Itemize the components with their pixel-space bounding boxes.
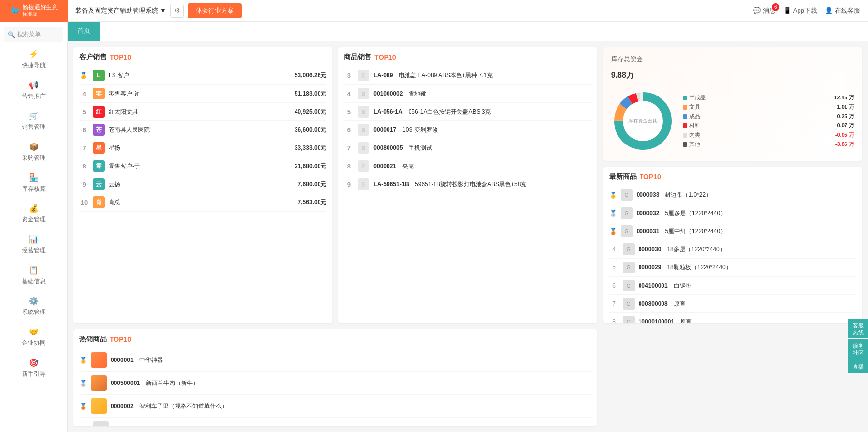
product-img: 🖼 xyxy=(358,160,369,172)
sidebar-label-basics: 基础信息 xyxy=(22,277,46,286)
list-item: 🥇 0000001 中华神器 xyxy=(79,349,592,372)
online-service-button[interactable]: 👤 在线客服 xyxy=(825,6,860,15)
list-item: 7 🖼 000800005 手机测试 xyxy=(344,139,591,157)
list-item: 6 G 004100001 白钢垫 xyxy=(609,277,856,295)
company-icon: 🤝 xyxy=(28,326,39,337)
product-sales-rank-list: 3 🖼 LA-089 电池盖 LA-089 ABS本色+黑种 7.1克 4 🖼 … xyxy=(344,67,591,193)
list-item: 6 苍 苍南县人民医院 36,600.00元 xyxy=(79,121,326,139)
list-item: 5 G 0000029 18颗粒板（1220*2440） xyxy=(609,259,856,277)
sidebar-item-guide[interactable]: 🎯 新手引导 xyxy=(0,352,67,383)
sidebar-item-company[interactable]: 🤝 企业协同 xyxy=(0,321,67,352)
sales-icon: 🛒 xyxy=(28,110,39,121)
sidebar-item-quicknav[interactable]: ⚡ 快捷导航 xyxy=(0,44,67,74)
sidebar-label-quicknav: 快捷导航 xyxy=(22,61,46,70)
customer-badge: 肖 xyxy=(93,196,105,208)
app-download-label: App下载 xyxy=(793,6,817,15)
sidebar-label-company: 企业协同 xyxy=(22,339,46,347)
top-center: 装备及固定资产辅助管理系统 ▼ ⚙ 体验行业方案 xyxy=(75,3,242,18)
sidebar-item-basics[interactable]: 📋 基础信息 xyxy=(0,260,67,290)
logo: 🐦 畅捷通好生意 标准版 xyxy=(0,0,68,22)
inventory-title: 库存总资金 xyxy=(611,55,854,64)
new-products-title: 最新商品 TOP10 xyxy=(609,172,856,181)
customer-top10-title: 客户销售 TOP10 xyxy=(79,53,326,62)
list-item: 其他 -3.86 万 xyxy=(683,140,854,149)
customer-badge: 红 xyxy=(93,106,105,118)
medal-icon: 🥉 xyxy=(609,228,617,235)
list-item: 8 🖼 0000021 夹克 xyxy=(344,157,591,175)
medal-icon: 🥉 xyxy=(79,403,87,410)
logo-name: 畅捷通好生意 xyxy=(23,4,58,11)
sidebar-item-purchase[interactable]: 📦 采购管理 xyxy=(0,136,67,167)
list-item: 4 🖼 001000002 雪地靴 xyxy=(344,85,591,103)
list-item: 🥈 G 0000032 5厘多层（1220*2440） xyxy=(609,204,856,222)
sidebar-label-marketing: 营销推广 xyxy=(22,92,46,100)
sidebar-item-operations[interactable]: 📊 经营管理 xyxy=(0,229,67,260)
trial-button[interactable]: 体验行业方案 xyxy=(188,3,242,18)
purchase-icon: 📦 xyxy=(28,141,39,152)
top-right: 💬 消息 6 📱 App下载 👤 在线客服 xyxy=(753,6,860,15)
search-icon: 🔍 xyxy=(8,31,15,38)
list-item: 🥈 000500001 新西兰牛肉（新牛） xyxy=(79,372,592,395)
sidebar-item-sales[interactable]: 🛒 销售管理 xyxy=(0,105,67,136)
list-item: 4 G 0000030 18多层（1220*2440） xyxy=(609,240,856,259)
new-products-card: 最新商品 TOP10 🥇 G 0000033 封边带（1.0*22） 🥈 G 0… xyxy=(603,167,862,323)
community-button[interactable]: 服务 社区 xyxy=(848,339,868,360)
list-item: 10 肖 肖总 7,563.00元 xyxy=(79,193,326,212)
list-item: 🥉 0000002 智利车子里（规格不知道填什么） xyxy=(79,395,592,418)
list-item: 4 零 零售客户-许 51,183.00元 xyxy=(79,85,326,103)
sidebar-label-finance: 资金管理 xyxy=(22,216,46,224)
tab-home[interactable]: 首页 xyxy=(68,22,100,41)
list-item: 成品 0.25 万 xyxy=(683,112,854,121)
customer-badge: 星 xyxy=(93,142,105,154)
search-menu[interactable]: 🔍 搜索菜单 xyxy=(4,27,63,42)
customer-badge: 零 xyxy=(93,160,105,172)
sidebar-label-operations: 经营管理 xyxy=(22,246,46,255)
product-sales-title: 商品销售 TOP10 xyxy=(344,53,591,62)
inventory-amount: 9.88万 xyxy=(611,66,854,81)
message-icon: 💬 xyxy=(753,7,761,14)
system-selector[interactable]: 装备及固定资产辅助管理系统 ▼ xyxy=(75,6,166,15)
product-img: G xyxy=(623,316,635,323)
inventory-icon: 🏪 xyxy=(28,172,39,183)
settings-button[interactable]: ⚙ xyxy=(170,4,184,18)
list-item: 7 G 000800008 原查 xyxy=(609,295,856,313)
product-img: 🖼 xyxy=(358,70,369,81)
sidebar-item-marketing[interactable]: 📢 营销推广 xyxy=(0,74,67,105)
hotline-button[interactable]: 客服 热线 xyxy=(848,319,868,339)
product-img: G xyxy=(623,262,635,273)
chart-legend: 半成品 12.45 万 文具 1.01 万 成品 0.25 万 xyxy=(683,93,854,149)
customer-badge: 云 xyxy=(93,178,105,190)
messages-button[interactable]: 💬 消息 6 xyxy=(753,6,776,15)
product-img xyxy=(91,375,107,391)
product-img: 🖼 xyxy=(358,178,369,190)
sidebar-label-purchase: 采购管理 xyxy=(22,154,46,162)
operations-icon: 📊 xyxy=(28,234,39,244)
list-item: 5 🖼 LA-056-1A 056-1A白色按键开关盖ABS 3克 xyxy=(344,103,591,121)
sidebar-label-inventory: 库存核算 xyxy=(22,185,46,193)
quicknav-icon: ⚡ xyxy=(28,48,39,59)
mobile-icon: 📱 xyxy=(783,7,791,14)
medal-icon: 🥇 xyxy=(609,192,617,199)
medal-icon: 🥈 xyxy=(609,210,617,217)
direct-button[interactable]: 直播 xyxy=(848,360,868,373)
logo-icon: 🐦 xyxy=(10,5,21,16)
hot-products-title: 热销商品 TOP10 xyxy=(79,335,592,344)
right-column: 库存总资金 9.88万 xyxy=(603,47,862,323)
sidebar-item-inventory[interactable]: 🏪 库存核算 xyxy=(0,167,67,198)
list-item: 4 01 45# xyxy=(79,418,592,426)
list-item: 3 🖼 LA-089 电池盖 LA-089 ABS本色+黑种 7.1克 xyxy=(344,67,591,85)
product-img: G xyxy=(623,298,635,310)
sidebar-item-finance[interactable]: 💰 资金管理 xyxy=(0,198,67,229)
hot-products-card: 热销商品 TOP10 🥇 0000001 中华神器 🥈 000500001 新西… xyxy=(73,329,597,426)
product-img: 🖼 xyxy=(358,106,369,118)
system-icon: ⚙️ xyxy=(28,295,39,306)
list-item: 9 云 云扬 7,680.00元 xyxy=(79,175,326,193)
list-item: 材料 0.07 万 xyxy=(683,121,854,130)
donut-chart: 库存资金占比 xyxy=(611,89,675,153)
product-img: G xyxy=(621,225,633,237)
app-download-button[interactable]: 📱 App下载 xyxy=(783,6,817,15)
medal-icon: 🥇 xyxy=(79,72,89,79)
product-img xyxy=(91,398,107,414)
sidebar-item-system[interactable]: ⚙️ 系统管理 xyxy=(0,290,67,321)
list-item: 5 红 红太阳文具 40,925.00元 xyxy=(79,103,326,121)
